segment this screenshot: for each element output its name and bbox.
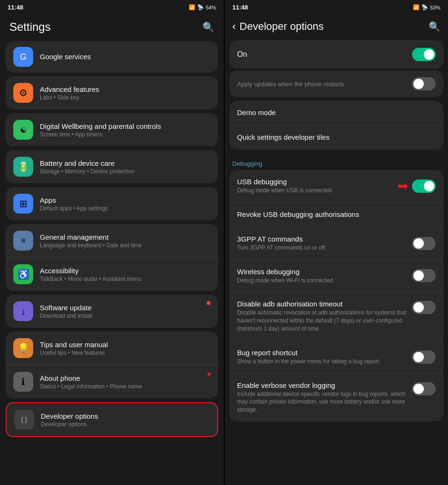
advanced-group: ⚙ Advanced features Labs • Side key [6,76,218,109]
left-status-bar: 11:48 📶 📡 54% [0,0,224,15]
advanced-text: Advanced features Labs • Side key [40,85,210,101]
wireless-text: Wireless debugging Debug mode when Wi-Fi… [237,268,412,285]
on-toggle-knob [424,49,434,60]
usb-debug-text: USB debugging Debug mode when USB is con… [237,178,397,195]
developer-icon: {} [14,410,34,430]
quick-settings-title: Quick settings developer tiles [237,133,436,141]
demo-section: Demo mode Quick settings developer tiles [229,101,443,150]
left-time: 11:48 [8,4,23,11]
battery-item[interactable]: 🔋 Battery and device care Storage • Memo… [6,150,218,183]
usb-debug-toggle[interactable] [412,180,436,193]
apply-updates-toggle[interactable] [412,77,436,90]
google-services-title: Google services [40,53,210,61]
advanced-features-item[interactable]: ⚙ Advanced features Labs • Side key [6,76,218,109]
disable-adb-item[interactable]: Disable adb authorisation timeout Disabl… [229,292,443,341]
about-phone-item[interactable]: ℹ About phone Status • Legal information… [6,365,218,398]
on-label: On [237,50,247,59]
revoke-usb-item[interactable]: Revoke USB debugging authorisations [229,203,443,227]
battery-title: Battery and device care [40,159,210,167]
demo-title: Demo mode [237,108,436,117]
wifi-icon: 📶 [189,4,195,10]
quick-settings-item[interactable]: Quick settings developer tiles [229,126,443,150]
disable-adb-toggle[interactable] [412,301,436,314]
wireless-subtitle: Debug mode when Wi-Fi is connected [237,277,412,285]
bug-report-toggle[interactable] [412,350,436,364]
left-header: Settings 🔍 [0,15,224,41]
developer-options-item[interactable]: {} Developer options Developer options [7,403,217,436]
wellbeing-text: Digital Wellbeing and parental controls … [40,122,210,138]
developer-subtitle: Developer options [41,421,210,428]
tips-text: Tips and user manual Useful tips • New f… [40,341,210,356]
3gpp-toggle[interactable] [412,237,436,250]
wellbeing-item[interactable]: ☯ Digital Wellbeing and parental control… [6,113,218,146]
usb-debug-subtitle: Debug mode when USB is connected [237,187,397,195]
battery-text: Battery and device care Storage • Memory… [40,159,210,175]
demo-mode-item[interactable]: Demo mode [229,101,443,126]
revoke-text: Revoke USB debugging authorisations [237,210,436,219]
left-search-button[interactable]: 🔍 [202,21,214,33]
right-status-bar: 11:48 📶 📡 53% [225,0,448,15]
advanced-title: Advanced features [40,85,210,93]
apps-item[interactable]: ⊞ Apps Default apps • App settings [6,187,218,220]
3gpp-title: 3GPP AT commands [237,235,412,243]
verbose-toggle[interactable] [412,382,436,395]
apps-title: Apps [40,196,210,204]
verbose-knob [413,384,424,394]
wellbeing-title: Digital Wellbeing and parental controls [40,122,210,130]
battery-group: 🔋 Battery and device care Storage • Memo… [6,150,218,183]
advanced-icon: ⚙ [13,83,33,103]
wireless-title: Wireless debugging [237,268,412,276]
red-arrow-icon: ➡ [397,178,408,194]
3gpp-knob [413,238,424,249]
on-toggle[interactable] [412,48,436,61]
right-header: ‹ Developer options 🔍 [225,15,448,40]
battery-icon: 🔋 [13,157,33,177]
software-subtitle: Download and install [40,313,210,319]
software-update-item[interactable]: ↓ Software update Download and install [6,295,218,328]
battery-left: 54% [206,5,216,10]
about-subtitle: Status • Legal information • Phone name [40,383,210,390]
settings-list: G Google services ⚙ Advanced features La… [0,41,224,485]
on-toggle-row[interactable]: On [229,40,443,69]
about-icon: ℹ [13,372,33,392]
tips-item[interactable]: 💡 Tips and user manual Useful tips • New… [6,332,218,365]
wireless-debug-toggle[interactable] [412,269,436,282]
about-title: About phone [40,374,210,382]
dev-options-title: Developer options [239,20,429,33]
wellbeing-group: ☯ Digital Wellbeing and parental control… [6,113,218,146]
3gpp-text: 3GPP AT commands Turn 3GPP AT commands o… [237,235,412,252]
right-battery: 53% [430,5,440,10]
right-status-icons: 📶 📡 53% [413,4,440,10]
right-signal-icon: 📡 [421,4,428,10]
settings-title: Settings [9,20,51,34]
right-search-button[interactable]: 🔍 [429,21,440,32]
3gpp-subtitle: Turn 3GPP AT commands on or off. [237,244,412,252]
advanced-subtitle: Labs • Side key [40,94,210,101]
general-mgmt-item[interactable]: ≡ General management Language and keyboa… [6,224,218,258]
accessibility-item[interactable]: ♿ Accessibility TalkBack • Mono audio • … [6,258,218,291]
verbose-subtitle: Include additional device-specific vendo… [237,390,412,414]
developer-text: Developer options Developer options [41,412,210,428]
apply-updates-text: Apply updates when the phone restarts. [237,81,408,88]
signal-icon: 📡 [197,4,204,10]
left-status-icons: 📶 📡 54% [189,4,216,10]
back-button[interactable]: ‹ [232,20,236,33]
3gpp-item[interactable]: 3GPP AT commands Turn 3GPP AT commands o… [229,227,443,260]
dev-options-group: {} Developer options Developer options [6,402,218,437]
bug-report-subtitle: Show a button in the power menu for taki… [237,358,412,366]
verbose-logging-item[interactable]: Enable verbose vendor logging Include ad… [229,374,443,422]
bug-report-item[interactable]: Bug report shortcut Show a button in the… [229,341,443,374]
left-panel: 11:48 📶 📡 54% Settings 🔍 G Google servic… [0,0,224,485]
tips-subtitle: Useful tips • New features [40,350,210,356]
dev-options-list: On Apply updates when the phone restarts… [225,40,448,485]
disable-adb-knob [413,302,424,313]
bug-report-text: Bug report shortcut Show a button in the… [237,349,412,366]
accessibility-icon: ♿ [13,264,33,284]
usb-debugging-item[interactable]: USB debugging Debug mode when USB is con… [229,170,443,203]
wireless-debug-item[interactable]: Wireless debugging Debug mode when Wi-Fi… [229,260,443,293]
wellbeing-icon: ☯ [13,120,33,140]
accessibility-text: Accessibility TalkBack • Mono audio • As… [40,267,210,282]
accessibility-subtitle: TalkBack • Mono audio • Assistant menu [40,276,210,282]
debugging-section: USB debugging Debug mode when USB is con… [229,170,443,422]
google-services-item[interactable]: G Google services [6,41,218,72]
